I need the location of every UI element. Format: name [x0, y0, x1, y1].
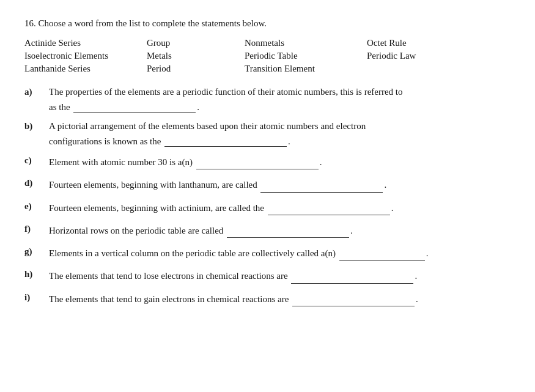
- word-list-item: Nonmetals: [245, 37, 367, 49]
- word-list-item: Transition Element: [245, 63, 367, 75]
- statement-c: c) Element with atomic number 30 is a(n)…: [24, 155, 511, 169]
- statement-letter-e: e): [24, 201, 49, 212]
- statement-d: d) Fourteen elements, beginning with lan…: [24, 178, 511, 192]
- statement-text-f: Horizontal rows on the periodic table ar…: [49, 224, 511, 238]
- statement-text-e: Fourteen elements, beginning with actini…: [49, 201, 511, 215]
- answer-blank-d[interactable]: [260, 192, 383, 193]
- statement-f: f) Horizontal rows on the periodic table…: [24, 224, 511, 238]
- statement-letter-f: f): [24, 224, 49, 234]
- statement-h: h) The elements that tend to lose electr…: [24, 269, 511, 283]
- statement-text-h: The elements that tend to lose electrons…: [49, 269, 511, 283]
- statement-letter-d: d): [24, 178, 49, 188]
- statement-line2: configurations is known as the .: [49, 136, 511, 147]
- statement-letter-h: h): [24, 269, 49, 279]
- statement-text-g: Elements in a vertical column on the per…: [49, 246, 511, 261]
- word-list-item: Periodic Law: [367, 50, 465, 62]
- word-list-item: Lanthanide Series: [24, 63, 147, 75]
- statement-line2: as the .: [49, 102, 511, 113]
- answer-blank-f[interactable]: [227, 237, 349, 238]
- word-list-item: Group: [147, 37, 245, 49]
- statement-line1: The properties of the elements are a per…: [49, 87, 511, 97]
- statement-g: g) Elements in a vertical column on the …: [24, 246, 511, 261]
- statement-b: b) A pictorial arrangement of the elemen…: [24, 121, 511, 147]
- statement-text-d: Fourteen elements, beginning with lantha…: [49, 178, 511, 192]
- word-list-item: Period: [147, 63, 245, 75]
- statement-letter-g: g): [24, 246, 49, 257]
- word-list-item: Periodic Table: [245, 50, 367, 62]
- answer-blank-i[interactable]: [292, 306, 415, 306]
- statement-text-i: The elements that tend to gain electrons…: [49, 292, 511, 306]
- word-list-item: Octet Rule: [367, 37, 465, 49]
- statement-i: i) The elements that tend to gain electr…: [24, 292, 511, 306]
- question-number: 16. Choose a word from the list to compl…: [24, 18, 511, 29]
- statement-line1: A pictorial arrangement of the elements …: [49, 121, 511, 131]
- answer-blank-g[interactable]: [339, 260, 425, 261]
- statement-text-c: Element with atomic number 30 is a(n) .: [49, 155, 511, 169]
- word-list-item: Actinide Series: [24, 37, 147, 49]
- answer-blank-h[interactable]: [291, 283, 413, 284]
- answer-blank-c[interactable]: [196, 169, 319, 169]
- word-list-item: Metals: [147, 50, 245, 62]
- word-list-item: Isoelectronic Elements: [24, 50, 147, 62]
- word-list: Actinide Series Group Nonmetals Octet Ru…: [24, 37, 511, 75]
- answer-blank-e[interactable]: [268, 215, 390, 215]
- word-list-item: [367, 63, 465, 75]
- question-header: 16. Choose a word from the list to compl…: [24, 18, 511, 29]
- statement-letter-i: i): [24, 292, 49, 303]
- statement-text-a: The properties of the elements are a per…: [49, 87, 511, 113]
- answer-blank-a[interactable]: [73, 112, 196, 113]
- statement-text-b: A pictorial arrangement of the elements …: [49, 121, 511, 147]
- answer-blank-b[interactable]: [164, 146, 287, 147]
- statement-a: a) The properties of the elements are a …: [24, 87, 511, 113]
- statements-list: a) The properties of the elements are a …: [24, 87, 511, 306]
- statement-e: e) Fourteen elements, beginning with act…: [24, 201, 511, 215]
- statement-letter-a: a): [24, 87, 49, 97]
- statement-letter-c: c): [24, 155, 49, 166]
- statement-letter-b: b): [24, 121, 49, 131]
